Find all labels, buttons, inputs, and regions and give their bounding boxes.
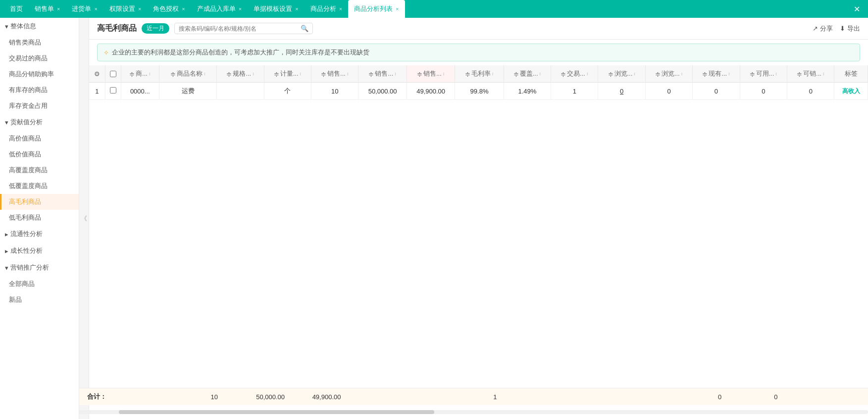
col-sales-profit[interactable]: ≑ 销售... ↕ (407, 65, 455, 83)
horizontal-scrollbar[interactable] (79, 410, 868, 414)
col-sellable[interactable]: ≑ 可销... ↕ (787, 65, 834, 83)
tab-sales[interactable]: 销售单 × (29, 0, 66, 18)
sidebar: ▾ 整体信息 销售类商品 交易过的商品 商品分销助购率 有库存的商品 库存资金占… (0, 18, 79, 419)
close-icon[interactable]: × (396, 6, 399, 12)
sidebar-item-new-goods[interactable]: 新品 (0, 292, 79, 308)
row-sellable: 0 (787, 83, 834, 100)
row-view1[interactable]: 0 (598, 83, 645, 100)
chevron-left-icon: 《 (81, 214, 87, 223)
col-coverage[interactable]: ≑ 覆盖... ↕ (504, 65, 551, 83)
footer-label: 合计： (87, 392, 127, 401)
close-icon[interactable]: × (295, 6, 298, 12)
tab-warehouse[interactable]: 产成品入库单 × (191, 0, 248, 18)
sidebar-item-low-coverage[interactable]: 低覆盖度商品 (0, 178, 79, 194)
close-icon[interactable]: × (94, 6, 97, 12)
sidebar-section-contribution[interactable]: ▾ 贡献值分析 (0, 114, 79, 131)
tab-purchase[interactable]: 进货单 × (66, 0, 103, 18)
tab-permission[interactable]: 权限设置 × (103, 0, 147, 18)
close-icon[interactable]: × (339, 6, 342, 12)
table-header-row: ⚙ ≑ 商... ↕ ≑ 商品名称 ↕ ≑ 规格... ↕ (89, 65, 868, 83)
sidebar-item-traded-goods[interactable]: 交易过的商品 (0, 50, 79, 66)
row-select-checkbox[interactable] (110, 87, 116, 93)
col-view1[interactable]: ≑ 浏览... ↕ (598, 65, 645, 83)
col-tag[interactable]: 标签 (834, 65, 868, 83)
footer-col5-val: 10 (186, 393, 242, 401)
share-button[interactable]: ↗ 分享 (813, 24, 833, 33)
col-margin-rate[interactable]: ≑ 毛利率 ↕ (455, 65, 504, 83)
col-name[interactable]: ≑ 商品名称 ↕ (159, 65, 217, 83)
sidebar-collapse-button[interactable]: 《 (79, 18, 89, 419)
col-available[interactable]: ≑ 可用... ↕ (740, 65, 787, 83)
content-header: 高毛利商品 近一月 🔍 ↗ 分享 ⬇ 导出 (89, 18, 868, 40)
search-box: 🔍 (174, 23, 313, 34)
row-unit: 个 (264, 83, 311, 100)
row-transaction: 1 (551, 83, 598, 100)
row-spec (217, 83, 264, 100)
footer-col7: 49,900.00 (299, 393, 355, 401)
goods-table: ⚙ ≑ 商... ↕ ≑ 商品名称 ↕ ≑ 规格... ↕ (89, 65, 868, 100)
sidebar-item-high-value[interactable]: 高价值商品 (0, 131, 79, 146)
tip-banner: ✧ 企业的主要的利润都是这部分商品创造的，可考虑加大推广，同时关注库存是不要出现… (97, 44, 860, 61)
col-code[interactable]: ≑ 商... ↕ (121, 65, 159, 83)
col-sales-amount[interactable]: ≑ 销售... ↕ (358, 65, 407, 83)
tab-role[interactable]: 角色授权 × (147, 0, 191, 18)
arrow-down-icon: ▾ (5, 23, 8, 30)
table-wrapper: ⚙ ≑ 商... ↕ ≑ 商品名称 ↕ ≑ 规格... ↕ (89, 65, 868, 419)
col-spec[interactable]: ≑ 规格... ↕ (217, 65, 264, 83)
row-margin-rate: 99.8% (455, 83, 504, 100)
sidebar-item-distribution-rate[interactable]: 商品分销助购率 (0, 66, 79, 82)
footer-col14: 0 (692, 393, 748, 401)
col-checkbox[interactable] (105, 65, 121, 83)
col-settings[interactable]: ⚙ (89, 65, 105, 83)
arrow-right-icon: ▸ (5, 231, 8, 238)
close-icon[interactable]: × (182, 6, 185, 12)
tab-goods-analysis[interactable]: 商品分析 × (305, 0, 348, 18)
footer-col6: 50,000.00 (242, 393, 298, 401)
scrollbar-thumb[interactable] (119, 410, 434, 414)
row-checkbox[interactable] (105, 83, 121, 100)
sidebar-item-all-goods[interactable]: 全部商品 (0, 276, 79, 292)
close-window-button[interactable]: ✕ (850, 4, 864, 14)
row-sales-profit: 49,900.00 (407, 83, 455, 100)
col-transaction[interactable]: ≑ 交易... ↕ (551, 65, 598, 83)
row-goods-name[interactable]: 运费 (159, 83, 217, 100)
sidebar-item-low-margin[interactable]: 低毛利商品 (0, 210, 79, 226)
arrow-down-icon: ▾ (5, 119, 8, 126)
filter-recent-month-button[interactable]: 近一月 (142, 23, 169, 34)
search-icon[interactable]: 🔍 (301, 25, 308, 32)
tab-goods-analysis-list[interactable]: 商品分析列表 × (348, 0, 405, 18)
arrow-right-icon: ▸ (5, 247, 8, 255)
row-sales-amount: 50,000.00 (358, 83, 407, 100)
sidebar-item-inventory-goods[interactable]: 有库存的商品 (0, 82, 79, 98)
row-num: 1 (89, 83, 105, 100)
col-view2[interactable]: ≑ 浏览... ↕ (645, 65, 692, 83)
col-current-stock[interactable]: ≑ 现有... ↕ (693, 65, 740, 83)
sidebar-section-marketing[interactable]: ▾ 营销推广分析 (0, 259, 79, 276)
tab-homepage[interactable]: 首页 (4, 0, 29, 18)
sidebar-section-liquidity[interactable]: ▸ 流通性分析 (0, 226, 79, 242)
sidebar-item-sales-goods[interactable]: 销售类商品 (0, 35, 79, 50)
tab-template[interactable]: 单据模板设置 × (248, 0, 304, 18)
select-all-checkbox[interactable] (110, 71, 116, 77)
col-unit[interactable]: ≑ 计量... ↕ (264, 65, 311, 83)
arrow-down-icon: ▾ (5, 264, 8, 272)
footer-total: 合计： 10 50,000.00 49,900.00 1 0 0 (79, 388, 868, 405)
footer-col10: 1 (467, 393, 523, 401)
row-tag: 高收入 (834, 83, 868, 100)
close-icon[interactable]: × (138, 6, 141, 12)
search-input[interactable] (179, 25, 299, 32)
footer-col15: 0 (748, 393, 804, 401)
main-layout: ▾ 整体信息 销售类商品 交易过的商品 商品分销助购率 有库存的商品 库存资金占… (0, 18, 868, 419)
sidebar-item-inventory-capital[interactable]: 库存资金占用 (0, 98, 79, 114)
sidebar-item-high-margin[interactable]: 高毛利商品 (0, 194, 79, 210)
sidebar-section-overall[interactable]: ▾ 整体信息 (0, 18, 79, 35)
row-code: 0000... (121, 83, 159, 100)
close-icon[interactable]: × (57, 6, 60, 12)
sidebar-item-high-coverage[interactable]: 高覆盖度商品 (0, 162, 79, 178)
sidebar-section-growth[interactable]: ▸ 成长性分析 (0, 242, 79, 259)
sidebar-item-low-value[interactable]: 低价值商品 (0, 146, 79, 162)
export-button[interactable]: ⬇ 导出 (840, 24, 860, 33)
close-icon[interactable]: × (239, 6, 242, 12)
row-available: 0 (740, 83, 787, 100)
col-sales-qty[interactable]: ≑ 销售... ↕ (311, 65, 358, 83)
